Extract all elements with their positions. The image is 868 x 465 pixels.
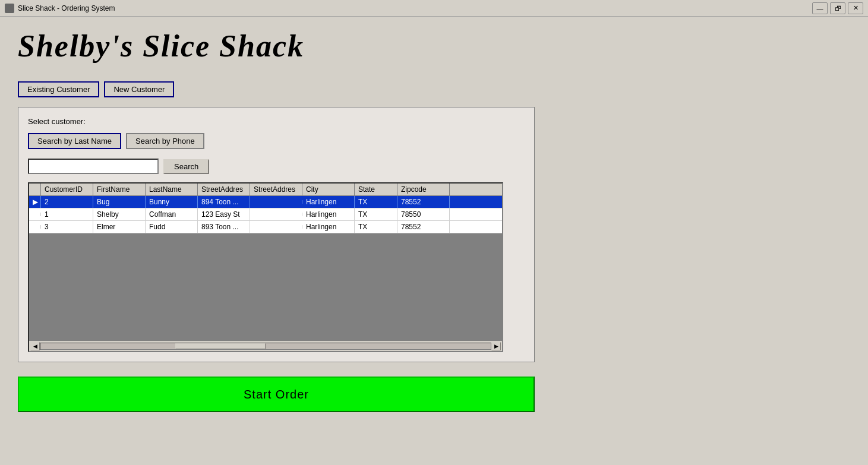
customer-datagrid: CustomerID FirstName LastName StreetAddr… <box>28 182 503 352</box>
scroll-right-button[interactable]: ▶ <box>491 342 501 350</box>
table-cell: ▶ <box>29 196 41 208</box>
table-cell: Bug <box>93 196 146 208</box>
table-cell: Fudd <box>146 221 198 233</box>
minimize-button[interactable]: — <box>812 2 828 14</box>
table-cell: TX <box>355 221 397 233</box>
title-bar-text: Slice Shack - Ordering System <box>18 4 115 12</box>
search-row: Search <box>28 159 525 174</box>
table-cell: TX <box>355 196 397 208</box>
table-cell: 123 Easy St <box>198 208 250 220</box>
table-row[interactable]: 3ElmerFudd893 Toon ...HarlingenTX78552 <box>29 221 502 233</box>
existing-customer-button[interactable]: Existing Customer <box>18 81 99 97</box>
table-cell: Bunny <box>146 196 198 208</box>
table-cell: 1 <box>41 208 93 220</box>
header-customerid: CustomerID <box>41 184 93 195</box>
table-cell: Shelby <box>93 208 146 220</box>
table-cell: Elmer <box>93 221 146 233</box>
header-state: State <box>355 184 397 195</box>
scrollbar-track <box>40 343 491 350</box>
datagrid-header: CustomerID FirstName LastName StreetAddr… <box>29 184 502 196</box>
header-zipcode: Zipcode <box>397 184 450 195</box>
table-cell: 894 Toon ... <box>198 196 250 208</box>
header-streetaddr1: StreetAddres <box>198 184 250 195</box>
table-cell <box>250 225 302 229</box>
title-bar-left: Slice Shack - Ordering System <box>5 4 115 13</box>
title-bar-controls: — 🗗 ✕ <box>812 2 863 14</box>
scrollbar-thumb[interactable] <box>175 343 266 349</box>
table-cell: Harlingen <box>302 221 355 233</box>
search-button[interactable]: Search <box>163 159 209 174</box>
table-cell: TX <box>355 208 397 220</box>
search-method-row: Search by Last Name Search by Phone <box>28 133 525 149</box>
header-city: City <box>302 184 355 195</box>
datagrid-scrollbar-h: ◀ ▶ <box>29 340 502 351</box>
customer-type-row: Existing Customer New Customer <box>18 81 850 97</box>
app-title: Shelby's Slice Shack <box>18 29 850 64</box>
table-cell: Harlingen <box>302 196 355 208</box>
header-streetaddr2: StreetAddres <box>250 184 302 195</box>
search-by-lastname-button[interactable]: Search by Last Name <box>28 133 121 149</box>
table-cell: 78552 <box>397 221 450 233</box>
header-firstname: FirstName <box>93 184 146 195</box>
table-cell <box>250 200 302 204</box>
app-icon <box>5 4 14 13</box>
scroll-left-button[interactable]: ◀ <box>30 342 40 350</box>
table-cell: 78550 <box>397 208 450 220</box>
table-row[interactable]: 1ShelbyCoffman123 Easy StHarlingenTX7855… <box>29 208 502 221</box>
header-lastname: LastName <box>146 184 198 195</box>
table-row[interactable]: ▶2BugBunny894 Toon ...HarlingenTX78552 <box>29 196 502 208</box>
table-cell: Harlingen <box>302 208 355 220</box>
table-cell <box>250 213 302 216</box>
datagrid-body: ▶2BugBunny894 Toon ...HarlingenTX785521S… <box>29 196 502 233</box>
main-content: Shelby's Slice Shack Existing Customer N… <box>0 17 868 424</box>
datagrid-empty-area <box>29 233 502 340</box>
header-indicator <box>29 184 41 195</box>
new-customer-button[interactable]: New Customer <box>104 81 174 97</box>
table-cell <box>29 213 41 216</box>
table-cell <box>29 225 41 229</box>
search-input[interactable] <box>28 159 159 174</box>
close-button[interactable]: ✕ <box>848 2 863 14</box>
table-cell: 78552 <box>397 196 450 208</box>
search-by-phone-button[interactable]: Search by Phone <box>126 133 204 149</box>
table-cell: 3 <box>41 221 93 233</box>
table-cell: 2 <box>41 196 93 208</box>
table-cell: 893 Toon ... <box>198 221 250 233</box>
maximize-button[interactable]: 🗗 <box>830 2 845 14</box>
start-order-button[interactable]: Start Order <box>18 377 535 412</box>
title-bar: Slice Shack - Ordering System — 🗗 ✕ <box>0 0 868 17</box>
table-cell: Coffman <box>146 208 198 220</box>
select-customer-label: Select customer: <box>28 117 525 126</box>
customer-panel: Select customer: Search by Last Name Sea… <box>18 107 535 362</box>
